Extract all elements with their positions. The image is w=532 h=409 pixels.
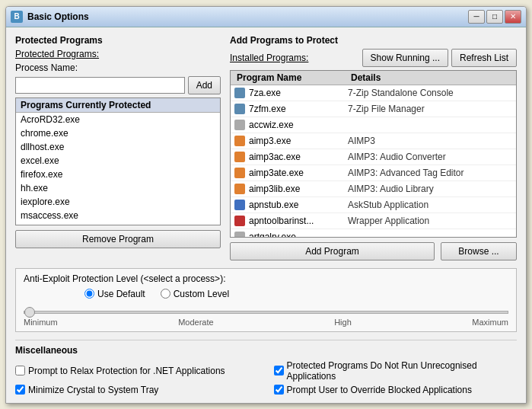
table-row[interactable]: 7za.exe7-Zip Standalone Console (231, 85, 516, 101)
misc-checkbox-row: Prompt User to Override Blocked Applicat… (274, 385, 518, 395)
program-icon (234, 215, 246, 227)
program-name: accwiz.exe (249, 120, 348, 130)
list-item[interactable]: dllhost.exe (16, 140, 220, 154)
svg-rect-2 (234, 120, 245, 130)
slider-label-mod: Moderate (178, 318, 213, 327)
use-default-option[interactable]: Use Default (84, 289, 145, 299)
table-row[interactable]: apntoolbarinst...Wrapper Application (231, 213, 516, 229)
restore-button[interactable]: □ (486, 10, 503, 24)
program-icon (234, 183, 246, 195)
program-name: apntoolbarinst... (249, 216, 348, 226)
window-title: Basic Options (27, 11, 89, 22)
list-item[interactable]: hh.exe (16, 181, 220, 195)
remove-program-button[interactable]: Remove Program (15, 230, 221, 248)
misc-checkbox-label: Minimize Crystal to System Tray (28, 385, 158, 395)
custom-level-label: Custom Level (174, 289, 229, 299)
custom-level-radio[interactable] (161, 289, 170, 299)
slider-label-min: Minimum (24, 318, 58, 327)
protected-programs-list[interactable]: Programs Currently Protected AcroRD32.ex… (15, 97, 221, 225)
svg-rect-0 (234, 88, 245, 98)
right-section-label: Add Programs to Protect (230, 35, 517, 46)
main-columns: Protected Programs Protected Programs: P… (15, 35, 517, 260)
list-item[interactable]: chrome.exe (16, 126, 220, 140)
slider-label-high: High (334, 318, 352, 327)
svg-rect-6 (234, 184, 245, 194)
program-details: AskStub Application (348, 200, 513, 210)
program-name: aimp3.exe (249, 136, 348, 146)
program-details: 7-Zip File Manager (348, 104, 513, 114)
table-row[interactable]: aimp3ate.exeAIMP3: Advanced Tag Editor (231, 165, 516, 181)
protected-programs-label: Protected Programs: (15, 49, 221, 59)
slider-label-max: Maximum (472, 318, 508, 327)
table-row[interactable]: aimp3ac.exeAIMP3: Audio Converter (231, 149, 516, 165)
close-button[interactable]: ✕ (505, 10, 521, 24)
table-row[interactable]: accwiz.exe (231, 117, 516, 133)
table-row[interactable]: aimp3.exeAIMP3 (231, 133, 516, 149)
program-details: AIMP3: Audio Library (348, 184, 513, 194)
program-icon (234, 151, 246, 163)
use-default-label: Use Default (97, 289, 145, 299)
list-item[interactable]: iexplore.exe (16, 195, 220, 209)
show-running-button[interactable]: Show Running ... (362, 49, 448, 67)
program-rows: 7za.exe7-Zip Standalone Console7zfm.exe7… (231, 85, 516, 238)
svg-rect-3 (234, 136, 245, 146)
list-item[interactable]: excel.exe (16, 154, 220, 168)
list-header: Programs Currently Protected (16, 98, 220, 113)
misc-checkbox-label: Prompt to Relax Protection for .NET Appl… (28, 366, 225, 376)
program-name: apnstub.exe (249, 200, 348, 210)
left-list-items: AcroRD32.exechrome.exedllhost.exeexcel.e… (16, 113, 220, 225)
program-name: 7za.exe (249, 88, 348, 98)
slider-labels: Minimum Moderate High Maximum (24, 318, 508, 327)
list-item[interactable]: msaccess.exe (16, 209, 220, 222)
protect-level-label: Anti-Exploit Protection Level (<select a… (24, 273, 508, 284)
program-icon (234, 87, 246, 99)
main-window: B Basic Options ─ □ ✕ Protected Programs… (5, 6, 527, 404)
program-table-header: Program Name Details (231, 71, 516, 85)
protection-level-section: Anti-Exploit Protection Level (<select a… (15, 268, 517, 332)
misc-checkbox-label: Protected Programs Do Not Run Unrecognis… (287, 360, 518, 382)
refresh-list-button[interactable]: Refresh List (451, 49, 517, 67)
list-item[interactable]: msnmsgr.exe (16, 222, 220, 225)
use-default-radio[interactable] (84, 289, 94, 299)
misc-checkbox-row: Protected Programs Do Not Run Unrecognis… (274, 360, 518, 382)
table-row[interactable]: 7zfm.exe7-Zip File Manager (231, 101, 516, 117)
title-bar-left: B Basic Options (11, 11, 89, 23)
program-icon (234, 167, 246, 179)
program-name: artgalry.exe (249, 232, 348, 238)
list-item[interactable]: firefox.exe (16, 168, 220, 181)
svg-rect-7 (234, 200, 245, 210)
program-icon (234, 119, 246, 131)
program-details: AIMP3: Advanced Tag Editor (348, 168, 513, 178)
add-program-button[interactable]: Add Program (230, 242, 435, 260)
misc-checkbox[interactable] (15, 366, 25, 375)
misc-checkbox-row: Minimize Crystal to System Tray (15, 385, 259, 395)
table-row[interactable]: apnstub.exeAskStub Application (231, 197, 516, 213)
svg-rect-9 (234, 232, 245, 238)
table-row[interactable]: aimp3lib.exeAIMP3: Audio Library (231, 181, 516, 197)
right-panel-top: Installed Programs: Show Running ... Ref… (230, 49, 517, 67)
minimize-button[interactable]: ─ (468, 10, 485, 24)
misc-checkbox[interactable] (274, 385, 284, 395)
right-panel: Add Programs to Protect Installed Progra… (230, 35, 517, 260)
slider-container (24, 305, 508, 316)
list-item[interactable]: AcroRD32.exe (16, 113, 220, 126)
content-area: Protected Programs Protected Programs: P… (6, 27, 526, 403)
misc-checkbox[interactable] (274, 366, 284, 375)
process-name-input[interactable] (15, 77, 185, 94)
program-name: aimp3ac.exe (249, 152, 348, 162)
custom-level-option[interactable]: Custom Level (161, 289, 229, 299)
add-button[interactable]: Add (188, 76, 221, 94)
process-name-label: Process Name: (15, 62, 221, 73)
browse-button[interactable]: Browse ... (441, 242, 517, 260)
program-details: AIMP3 (348, 136, 513, 146)
right-btn-row: Show Running ... Refresh List (362, 49, 517, 67)
window-icon: B (11, 11, 23, 23)
program-icon (234, 103, 246, 115)
misc-grid: Prompt to Relax Protection for .NET Appl… (15, 360, 517, 395)
table-row[interactable]: artgalry.exe (231, 229, 516, 238)
svg-rect-1 (234, 104, 245, 114)
misc-section: Miscellaneous Prompt to Relax Protection… (15, 340, 517, 395)
protection-slider[interactable] (24, 311, 508, 314)
misc-checkbox[interactable] (15, 385, 25, 395)
program-table[interactable]: Program Name Details 7za.exe7-Zip Standa… (230, 70, 517, 238)
